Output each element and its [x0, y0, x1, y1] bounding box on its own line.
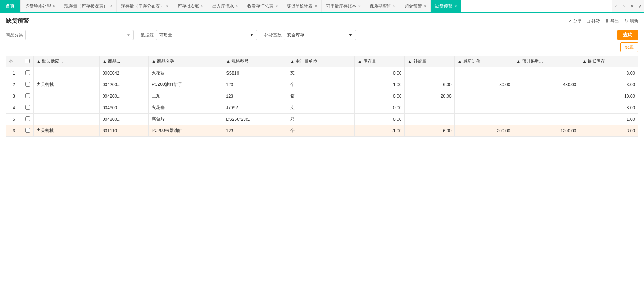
td-code-4: 004800...: [99, 114, 148, 125]
td-supplier-0: [34, 67, 100, 79]
td-unit-0: 支: [287, 67, 355, 79]
tab-expand-btn[interactable]: ⇗: [636, 0, 644, 12]
th-settings: ⚙: [6, 56, 22, 67]
settings-gear-icon[interactable]: ⚙: [9, 59, 15, 65]
export-btn[interactable]: ⇓ 导出: [605, 18, 619, 24]
tab-close-icon[interactable]: ×: [166, 4, 169, 8]
tab-exception[interactable]: 拣货异常处理×: [21, 0, 60, 12]
td-code-5: 801110...: [99, 125, 148, 137]
td-name-0: 火花塞: [148, 67, 223, 79]
tab-close-icon[interactable]: ×: [53, 4, 55, 8]
tab-shortage[interactable]: 缺货预警×: [431, 0, 461, 12]
row-checkbox-5[interactable]: [25, 128, 30, 133]
td-supplier-3: [34, 102, 100, 114]
tab-label: 保质期查询: [370, 3, 391, 9]
refresh-icon: ↻: [624, 18, 628, 24]
th-stock: ▲ 库存量: [355, 56, 405, 67]
td-stock-5: -1.00: [355, 125, 405, 137]
tab-close-icon[interactable]: ×: [454, 4, 457, 8]
tab-expiry-query[interactable]: 保质期查询×: [365, 0, 400, 12]
th-unit-label: ▲ 主计量单位: [290, 59, 317, 64]
tab-close-btn[interactable]: ✕: [628, 0, 636, 12]
tab-label: 可用量库存账本: [326, 3, 356, 9]
tab-inventory-status[interactable]: 现存量（库存状况表）×: [60, 0, 117, 12]
refresh-label: 刷新: [630, 18, 638, 24]
tab-next-btn[interactable]: ›: [620, 0, 628, 12]
tab-label: 收发存汇总表: [247, 3, 273, 9]
tab-label: 现存量（库存状况表）: [64, 3, 108, 9]
td-unit-5: 个: [287, 125, 355, 137]
td-spec-5: 123: [223, 125, 287, 137]
data-table: ⚙ ▲ 默认供应... ▲ 商品... ▲ 商品名称 ▲ 规格型号: [6, 56, 638, 137]
tab-close-icon[interactable]: ×: [110, 4, 112, 8]
replenish-btn[interactable]: □ 补货: [587, 18, 600, 24]
tab-close-icon[interactable]: ×: [236, 4, 238, 8]
td-code-3: 004600...: [99, 102, 148, 114]
td-replenish-qty-3: [405, 102, 454, 114]
td-name-3: 火花塞: [148, 102, 223, 114]
datasource-select[interactable]: 可用量 ▼: [156, 30, 257, 40]
row-checkbox-0[interactable]: [25, 70, 30, 75]
refresh-btn[interactable]: ↻ 刷新: [624, 18, 638, 24]
row-checkbox-4[interactable]: [25, 116, 30, 121]
replenish-base-select[interactable]: 安全库存 ▼: [284, 30, 356, 40]
th-latest-price-label: ▲ 最新进价: [458, 59, 480, 64]
td-replenish-qty-2: 20.00: [405, 90, 454, 102]
tab-available-ledger[interactable]: 可用量库存账本×: [322, 0, 365, 12]
td-checkbox-1: [22, 79, 34, 90]
export-label: 导出: [610, 18, 619, 24]
td-row-num-1: 2: [6, 79, 22, 90]
tab-batch-account[interactable]: 库存批次账×: [173, 0, 208, 12]
tab-overstock[interactable]: 超储预警×: [400, 0, 431, 12]
replenish-icon: □: [587, 18, 590, 24]
tab-prev-btn[interactable]: ‹: [612, 0, 620, 12]
query-button[interactable]: 查询: [617, 30, 638, 40]
tab-close-icon[interactable]: ×: [424, 4, 426, 8]
th-product-code: ▲ 商品...: [99, 56, 148, 67]
tab-close-icon[interactable]: ×: [393, 4, 396, 8]
tab-close-icon[interactable]: ×: [358, 4, 361, 8]
tab-close-icon[interactable]: ×: [315, 4, 317, 8]
share-btn[interactable]: ↗ 分享: [568, 18, 582, 24]
tab-close-icon[interactable]: ×: [275, 4, 278, 8]
tab-recv-summary[interactable]: 收发存汇总表×: [243, 0, 282, 12]
td-row-num-5: 6: [6, 125, 22, 137]
td-stock-4: 0.00: [355, 114, 405, 125]
filter-right: 查询 设置: [617, 30, 638, 52]
page-title: 缺货预警: [6, 17, 29, 25]
row-checkbox-3[interactable]: [25, 105, 30, 110]
td-unit-1: 个: [287, 79, 355, 90]
td-latest-price-4: [454, 114, 513, 125]
td-latest-price-3: [454, 102, 513, 114]
tab-demand-stats[interactable]: 要货单统计表×: [282, 0, 322, 12]
row-checkbox-1[interactable]: [25, 82, 30, 87]
tab-label: 拣货异常处理: [25, 3, 51, 9]
datasource-chevron-icon: ▼: [249, 32, 254, 37]
td-replenish-qty-5: 6.00: [405, 125, 454, 137]
th-checkbox: [22, 56, 34, 67]
tab-label: 库存批次账: [178, 3, 199, 9]
category-chevron-icon: ▼: [127, 33, 130, 37]
select-all-checkbox[interactable]: [25, 59, 30, 63]
td-replenish-qty-4: [405, 114, 454, 125]
share-label: 分享: [573, 18, 582, 24]
th-min-stock: ▲ 最低库存: [579, 56, 638, 67]
td-row-num-3: 4: [6, 102, 22, 114]
replenish-base-label: 补货基数: [264, 32, 282, 38]
tab-home[interactable]: 首页: [0, 0, 21, 12]
td-stock-0: 0.00: [355, 67, 405, 79]
replenish-label: 补货: [591, 18, 600, 24]
settings-button[interactable]: 设置: [620, 42, 638, 52]
export-icon: ⇓: [605, 18, 609, 24]
td-est-purchase-0: [513, 67, 579, 79]
tab-close-icon[interactable]: ×: [201, 4, 204, 8]
tab-label: 现存量（库存分布表）: [121, 3, 164, 9]
td-name-2: 三九: [148, 90, 223, 102]
tab-inventory-dist[interactable]: 现存量（库存分布表）×: [117, 0, 173, 12]
tab-inout-flow[interactable]: 出入库流水×: [208, 0, 243, 12]
td-est-purchase-1: 480.00: [513, 79, 579, 90]
row-checkbox-2[interactable]: [25, 93, 30, 98]
category-select[interactable]: ▼: [25, 30, 134, 40]
td-code-1: 004200...: [99, 79, 148, 90]
share-icon: ↗: [568, 18, 572, 24]
